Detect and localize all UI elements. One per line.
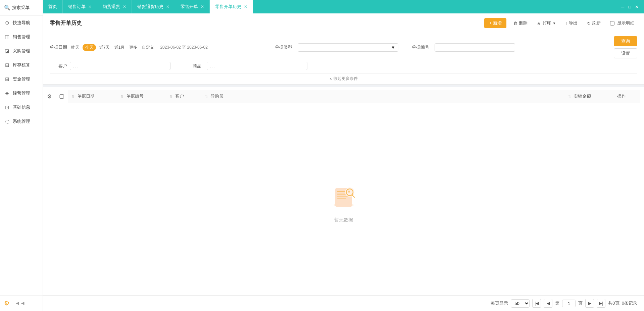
sidebar-item-label: 系统管理: [13, 118, 30, 124]
export-icon: ↑: [565, 21, 568, 26]
page-title-row: 零售开单历史 + 新增 🗑 删除 🖨 打印 ▼ ↑ 导出: [50, 18, 637, 28]
date-btn-custom[interactable]: 自定义: [141, 44, 155, 51]
inventory-icon: ⊟: [4, 62, 10, 68]
window-minimize[interactable]: ─: [621, 4, 624, 9]
tab-sales-return-history[interactable]: 销货退货历史 ✕: [132, 0, 175, 13]
col-action: 操作: [613, 90, 640, 103]
table-settings-icon[interactable]: ⚙: [47, 93, 52, 100]
order-type-dropdown-icon: ▼: [391, 45, 395, 50]
date-btn-7days[interactable]: 近7天: [98, 44, 111, 51]
empty-illustration: [327, 178, 360, 212]
sort-date-icon[interactable]: ⇅: [72, 95, 75, 98]
collapse-sidebar-icon[interactable]: ◄◄: [15, 300, 26, 306]
collapse-btn[interactable]: ∧ 收起更多条件: [329, 76, 358, 82]
col-guide: ⇅ 导购员: [201, 90, 243, 103]
date-btn-more[interactable]: 更多: [128, 44, 139, 51]
sort-amount-icon[interactable]: ⇅: [568, 95, 571, 98]
last-page-btn[interactable]: ▶|: [597, 299, 605, 308]
tab-home[interactable]: 首页: [43, 0, 63, 13]
window-close[interactable]: ✕: [635, 4, 639, 9]
first-page-btn[interactable]: |◀: [532, 299, 541, 308]
sidebar-search[interactable]: 🔍 搜索采单: [0, 0, 43, 16]
next-page-btn[interactable]: ▶: [585, 299, 594, 308]
page-label: 第: [555, 300, 559, 306]
refresh-button[interactable]: ↻ 刷新: [584, 19, 603, 28]
sort-number-icon[interactable]: ⇅: [121, 95, 123, 98]
sort-customer-icon[interactable]: ⇅: [170, 95, 172, 98]
date-btn-today[interactable]: 今天: [83, 44, 96, 51]
date-range-display: 2023-06-02 至 2023-06-02: [160, 45, 207, 50]
tab-sales-order[interactable]: 销售订单 ✕: [63, 0, 97, 13]
sys-mgmt-icon: ◌: [4, 118, 10, 124]
add-button[interactable]: + 新增: [484, 18, 506, 28]
sidebar-item-finance[interactable]: ⊞ 资金管理: [0, 72, 43, 86]
tab-close-sales-return-history[interactable]: ✕: [166, 4, 169, 9]
tab-close-sales-return[interactable]: ✕: [123, 4, 126, 9]
query-button[interactable]: 查询: [614, 36, 637, 46]
print-button[interactable]: 🖨 打印 ▼: [534, 19, 559, 28]
sidebar-item-inventory[interactable]: ⊟ 库存核算: [0, 58, 43, 72]
delete-button[interactable]: 🗑 删除: [510, 19, 530, 28]
window-maximize[interactable]: □: [628, 4, 631, 9]
sort-guide-icon[interactable]: ⇅: [205, 95, 208, 98]
settings-icon[interactable]: ⚙: [4, 300, 9, 307]
tab-close-sales-order[interactable]: ✕: [88, 4, 92, 9]
customer-label: 客户: [50, 63, 70, 69]
col-customer: ⇅ 客户: [166, 90, 201, 103]
date-shortcuts: 昨天 今天 近7天 近1月 更多 自定义 2023-06-02 至 2023-0…: [70, 44, 208, 51]
date-btn-1month[interactable]: 近1月: [113, 44, 126, 51]
collapse-up-icon: ∧: [329, 76, 332, 81]
tab-close-retail-open-history[interactable]: ✕: [244, 4, 247, 9]
print-dropdown-icon: ▼: [553, 21, 556, 25]
page-label-end: 页: [578, 300, 583, 306]
customer-select[interactable]: ...: [70, 62, 170, 70]
basic-info-icon: ⊡: [4, 104, 10, 110]
sidebar-item-basic-info[interactable]: ⊡ 基础信息: [0, 100, 43, 114]
sidebar-item-label: 快捷导航: [13, 20, 30, 26]
order-type-select[interactable]: ▼: [298, 43, 398, 52]
finance-icon: ⊞: [4, 76, 10, 82]
sidebar-item-sys-mgmt[interactable]: ◌ 系统管理: [0, 114, 43, 128]
order-number-label: 单据编号: [412, 44, 432, 50]
sidebar-bottom: ⚙ ◄◄: [0, 295, 43, 311]
sales-mgmt-icon: ◫: [4, 34, 10, 40]
sidebar-item-sales-mgmt[interactable]: ◫ 销售管理: [0, 30, 43, 44]
tab-retail-open-history[interactable]: 零售开单历史 ✕: [210, 0, 253, 13]
sidebar-item-label: 经营管理: [13, 90, 30, 96]
sidebar-item-label: 基础信息: [13, 104, 30, 110]
collapse-label: 收起更多条件: [334, 76, 358, 82]
filter-area: 单据日期 昨天 今天 近7天 近1月 更多 自定义 2023-06-02 至 2…: [50, 32, 637, 84]
sidebar-item-label: 采购管理: [13, 48, 30, 54]
export-button[interactable]: ↑ 导出: [563, 19, 581, 28]
per-page-select[interactable]: 50 10 20 100: [511, 299, 530, 308]
tab-sales-return[interactable]: 销货退货 ✕: [97, 0, 132, 13]
product-select[interactable]: ...: [207, 62, 307, 70]
display-detail-checkbox[interactable]: [610, 21, 614, 25]
order-number-input[interactable]: [435, 43, 515, 52]
product-label: 商品: [184, 63, 204, 69]
set-button[interactable]: 设置: [614, 48, 637, 58]
date-label: 单据日期: [50, 44, 70, 50]
sidebar-item-operation[interactable]: ◈ 经营管理: [0, 86, 43, 100]
page-content: 零售开单历史 + 新增 🗑 删除 🖨 打印 ▼ ↑ 导出: [43, 13, 644, 311]
table-toolbar: ⚙ ⇅ 单据日期 ⇅ 单据编号: [43, 87, 644, 106]
col-spacer: [243, 90, 564, 103]
main-content: 首页 销售订单 ✕ 销货退货 ✕ 销货退货历史 ✕ 零售开单 ✕ 零售开单历史 …: [43, 0, 644, 311]
tab-close-retail-open[interactable]: ✕: [201, 4, 204, 9]
delete-icon: 🗑: [513, 21, 517, 26]
col-number: ⇅ 单据编号: [117, 90, 166, 103]
sidebar-search-label: 搜索采单: [12, 5, 30, 11]
date-btn-yesterday[interactable]: 昨天: [70, 44, 81, 51]
sidebar-item-purchase-mgmt[interactable]: ◪ 采购管理: [0, 44, 43, 58]
tab-retail-open[interactable]: 零售开单 ✕: [175, 0, 210, 13]
select-all-checkbox[interactable]: [56, 94, 68, 99]
operation-icon: ◈: [4, 90, 10, 96]
display-detail-toggle[interactable]: 显示明细: [607, 19, 637, 28]
prev-page-btn[interactable]: ◀: [544, 299, 552, 308]
page-number-input[interactable]: [562, 300, 576, 307]
topbar: 首页 销售订单 ✕ 销货退货 ✕ 销货退货历史 ✕ 零售开单 ✕ 零售开单历史 …: [43, 0, 644, 13]
toolbar-buttons: + 新增 🗑 删除 🖨 打印 ▼ ↑ 导出 ↻: [484, 18, 637, 28]
sidebar-item-quick-nav[interactable]: ⊙ 快捷导航: [0, 16, 43, 30]
table-area: ⚙ ⇅ 单据日期 ⇅ 单据编号: [43, 87, 644, 295]
refresh-icon: ↻: [587, 21, 591, 26]
